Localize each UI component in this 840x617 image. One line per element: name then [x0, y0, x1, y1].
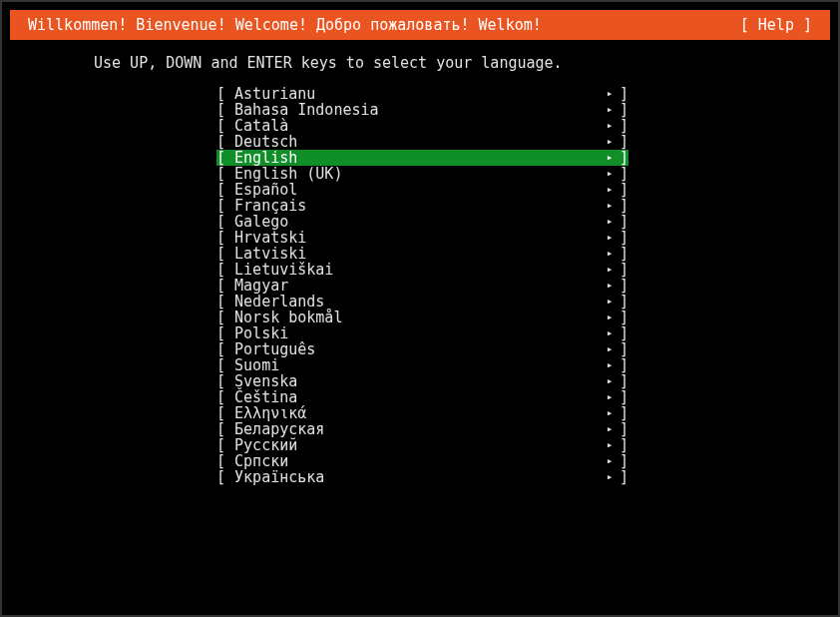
chevron-right-icon: ▸ [607, 102, 620, 118]
chevron-right-icon: ▸ [607, 421, 620, 437]
language-option[interactable]: [English (UK)▸] [216, 166, 629, 182]
chevron-right-icon: ▸ [607, 198, 620, 214]
chevron-right-icon: ▸ [607, 309, 620, 325]
language-list: [Asturianu▸][Bahasa Indonesia▸][Català▸]… [2, 86, 838, 485]
language-label: Hrvatski [225, 230, 306, 246]
bracket-close: ] [620, 437, 629, 453]
language-option[interactable]: [Čeština▸] [216, 389, 629, 405]
language-option[interactable]: [Magyar▸] [216, 278, 629, 294]
language-option[interactable]: [English▸] [216, 150, 629, 166]
language-label: Magyar [225, 278, 288, 294]
language-label: Español [225, 182, 297, 198]
language-option[interactable]: [Српски▸] [216, 453, 629, 469]
help-button[interactable]: [ Help ] [740, 16, 812, 34]
language-option[interactable]: [Українська▸] [216, 469, 629, 485]
bracket-open: [ [216, 246, 225, 262]
language-option[interactable]: [Беларуская▸] [216, 421, 629, 437]
language-option[interactable]: [Français▸] [216, 198, 629, 214]
language-label: Galego [225, 214, 288, 230]
bracket-open: [ [216, 278, 225, 294]
chevron-right-icon: ▸ [607, 325, 620, 341]
chevron-right-icon: ▸ [607, 437, 620, 453]
bracket-close: ] [620, 421, 629, 437]
chevron-right-icon: ▸ [607, 230, 620, 246]
bracket-close: ] [620, 86, 629, 102]
bracket-open: [ [216, 453, 225, 469]
header-bar: Willkommen! Bienvenue! Welcome! Добро по… [10, 10, 830, 40]
language-label: English (UK) [225, 166, 342, 182]
language-option[interactable]: [Português▸] [216, 341, 629, 357]
bracket-close: ] [620, 118, 629, 134]
language-option[interactable]: [Hrvatski▸] [216, 230, 629, 246]
language-label: English [225, 150, 297, 166]
header-title: Willkommen! Bienvenue! Welcome! Добро по… [28, 16, 542, 34]
language-option[interactable]: [Español▸] [216, 182, 629, 198]
language-option[interactable]: [Galego▸] [216, 214, 629, 230]
bracket-close: ] [620, 389, 629, 405]
chevron-right-icon: ▸ [607, 166, 620, 182]
bracket-open: [ [216, 294, 225, 309]
bracket-close: ] [620, 357, 629, 373]
bracket-close: ] [620, 373, 629, 389]
language-option[interactable]: [Lietuviškai▸] [216, 262, 629, 278]
bracket-open: [ [216, 421, 225, 437]
installer-window: Willkommen! Bienvenue! Welcome! Добро по… [0, 0, 840, 617]
bracket-open: [ [216, 325, 225, 341]
chevron-right-icon: ▸ [607, 357, 620, 373]
chevron-right-icon: ▸ [607, 134, 620, 150]
chevron-right-icon: ▸ [607, 262, 620, 278]
language-option[interactable]: [Deutsch▸] [216, 134, 629, 150]
chevron-right-icon: ▸ [607, 182, 620, 198]
language-option[interactable]: [Latviski▸] [216, 246, 629, 262]
bracket-open: [ [216, 437, 225, 453]
chevron-right-icon: ▸ [607, 214, 620, 230]
bracket-close: ] [620, 405, 629, 421]
chevron-right-icon: ▸ [607, 86, 620, 102]
language-option[interactable]: [Català▸] [216, 118, 629, 134]
language-label: Suomi [225, 357, 279, 373]
bracket-open: [ [216, 134, 225, 150]
bracket-open: [ [216, 262, 225, 278]
bracket-open: [ [216, 341, 225, 357]
bracket-close: ] [620, 166, 629, 182]
language-option[interactable]: [Svenska▸] [216, 373, 629, 389]
bracket-close: ] [620, 309, 629, 325]
language-label: Čeština [225, 389, 297, 405]
chevron-right-icon: ▸ [607, 469, 620, 485]
bracket-close: ] [620, 294, 629, 309]
language-option[interactable]: [Polski▸] [216, 325, 629, 341]
bracket-open: [ [216, 86, 225, 102]
language-label: Bahasa Indonesia [225, 102, 379, 118]
bracket-open: [ [216, 405, 225, 421]
bracket-open: [ [216, 469, 225, 485]
language-label: Русский [225, 437, 297, 453]
bracket-close: ] [620, 198, 629, 214]
chevron-right-icon: ▸ [607, 453, 620, 469]
bracket-open: [ [216, 230, 225, 246]
bracket-open: [ [216, 102, 225, 118]
language-option[interactable]: [Русский▸] [216, 437, 629, 453]
bracket-close: ] [620, 230, 629, 246]
language-label: Nederlands [225, 294, 324, 309]
language-option[interactable]: [Bahasa Indonesia▸] [216, 102, 629, 118]
bracket-open: [ [216, 118, 225, 134]
bracket-open: [ [216, 389, 225, 405]
language-label: Беларуская [225, 421, 324, 437]
chevron-right-icon: ▸ [607, 389, 620, 405]
bracket-open: [ [216, 182, 225, 198]
instruction-text: Use UP, DOWN and ENTER keys to select yo… [2, 40, 838, 86]
language-label: Norsk bokmål [225, 309, 342, 325]
language-option[interactable]: [Asturianu▸] [216, 86, 629, 102]
language-label: Asturianu [225, 86, 315, 102]
language-label: Polski [225, 325, 288, 341]
language-option[interactable]: [Norsk bokmål▸] [216, 309, 629, 325]
language-option[interactable]: [Nederlands▸] [216, 294, 629, 309]
bracket-open: [ [216, 373, 225, 389]
chevron-right-icon: ▸ [607, 341, 620, 357]
language-option[interactable]: [Ελληνικά▸] [216, 405, 629, 421]
bracket-close: ] [620, 341, 629, 357]
chevron-right-icon: ▸ [607, 294, 620, 309]
chevron-right-icon: ▸ [607, 118, 620, 134]
language-option[interactable]: [Suomi▸] [216, 357, 629, 373]
bracket-close: ] [620, 134, 629, 150]
